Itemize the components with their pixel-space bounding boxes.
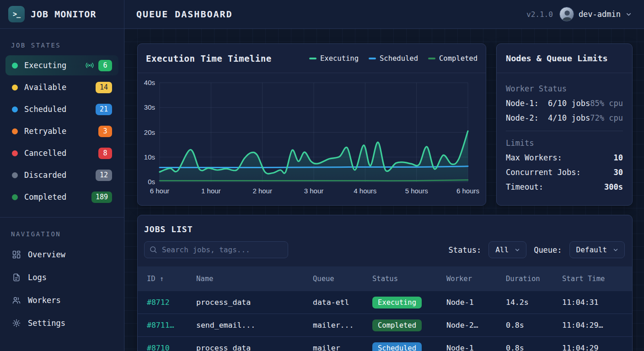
worker-jobs: Node-2: 4/10 jobs [506, 113, 590, 122]
column-header-6[interactable]: Start Time [562, 275, 632, 283]
search-box [144, 241, 288, 258]
svg-text:3 hour: 3 hour [304, 187, 324, 195]
sidebar-item-settings[interactable]: Settings [5, 313, 118, 334]
count-badge: 12 [96, 170, 112, 181]
file-icon [12, 273, 21, 282]
count-badge: 6 [98, 60, 112, 71]
sidebar-item-discarded[interactable]: Discarded12 [5, 165, 118, 185]
app-logo: >_ JOB MONITOR [0, 0, 124, 29]
column-header-3[interactable]: Status [372, 275, 446, 283]
user-menu[interactable]: dev-admin [559, 7, 632, 21]
legend-swatch [309, 58, 317, 59]
job-queue: data-etl [313, 298, 372, 307]
svg-text:30s: 30s [144, 103, 155, 111]
state-label: Discarded [24, 170, 66, 180]
worker-status-heading: Worker Status [506, 84, 623, 93]
svg-text:20s: 20s [144, 128, 155, 136]
count-badge: 21 [96, 104, 112, 115]
job-duration: 0.8s [506, 321, 562, 330]
job-queue: mailer... [313, 321, 372, 330]
job-worker: Node-1 [446, 344, 506, 351]
timeline-chart: 0s10s20s30s40s6 hour1 hour2 hour3 hour4 … [138, 73, 486, 205]
live-signal-icon [85, 62, 95, 69]
legend-item-completed[interactable]: Completed [428, 54, 478, 63]
state-right: 14 [96, 82, 112, 93]
status-badge: Completed [372, 319, 422, 331]
legend-swatch [428, 58, 435, 59]
sidebar-item-scheduled[interactable]: Scheduled21 [5, 99, 118, 119]
state-right: 6 [85, 60, 112, 71]
worker-row: Node-1: 6/10 jobs85% cpu [506, 99, 623, 108]
app-title: JOB MONITOR [31, 9, 96, 20]
sidebar-item-logs[interactable]: Logs [5, 267, 118, 288]
sidebar-item-completed[interactable]: Completed189 [5, 187, 118, 207]
top-bar: QUEUE DASHBOARD v2.1.0 dev-admin [124, 0, 644, 29]
status-filter-select[interactable]: All [488, 241, 526, 258]
avatar-silhouette [560, 7, 574, 21]
queue-filter-label: Queue: [534, 245, 562, 255]
svg-text:6 hour: 6 hour [150, 187, 170, 195]
limit-value: 300s [604, 182, 623, 191]
state-dot [12, 85, 18, 90]
limit-row: Timeout:300s [506, 182, 623, 191]
legend-item-executing[interactable]: Executing [309, 54, 359, 63]
job-states-heading: JOB STATES [11, 42, 124, 49]
sidebar-item-retryable[interactable]: Retryable3 [5, 121, 118, 141]
count-badge: 189 [91, 191, 112, 203]
table-row[interactable]: #8711…send_email...mailer...CompletedNod… [138, 314, 632, 337]
svg-text:10s: 10s [144, 153, 155, 161]
jobs-table-body: #8712process_datadata-etlExecutingNode-1… [138, 291, 632, 351]
job-start-time: 11:04:29 [562, 344, 632, 351]
legend-item-scheduled[interactable]: Scheduled [369, 54, 418, 63]
sidebar-item-workers[interactable]: Workers [5, 290, 118, 311]
terminal-icon: >_ [8, 6, 25, 22]
nodes-panel: Nodes & Queue Limits Worker Status Node-… [496, 43, 633, 206]
app-root: >_ JOB MONITOR JOB STATES Executing6Avai… [0, 0, 644, 351]
count-badge: 14 [96, 82, 112, 93]
grid-icon [12, 250, 21, 259]
table-row[interactable]: #8712process_datadata-etlExecutingNode-1… [138, 291, 632, 314]
svg-text:4 hours: 4 hours [354, 187, 376, 195]
timeline-panel-header: Execution Time Timeline ExecutingSchedul… [138, 44, 486, 73]
filters: Status: All Queue: Default [449, 241, 625, 258]
job-id-link[interactable]: #8711… [147, 321, 196, 330]
status-badge: Executing [372, 297, 422, 308]
nodes-divider [506, 131, 623, 131]
table-row[interactable]: #8710process_datamailerScheduledNode-10.… [138, 337, 632, 351]
worker-status-list: Node-1: 6/10 jobs85% cpuNode-2: 4/10 job… [506, 99, 623, 122]
column-header-2[interactable]: Queue [313, 275, 372, 283]
column-header-4[interactable]: Worker [446, 275, 506, 283]
search-input[interactable] [144, 241, 288, 258]
column-header-0[interactable]: ID ↑ [147, 275, 196, 283]
sidebar-item-cancelled[interactable]: Cancelled8 [5, 143, 118, 163]
nodes-panel-title: Nodes & Queue Limits [497, 44, 632, 73]
state-label: Retryable [24, 127, 66, 136]
gear-icon [12, 319, 21, 328]
column-header-1[interactable]: Name [196, 275, 313, 283]
state-label: Completed [24, 192, 66, 202]
column-header-5[interactable]: Duration [506, 275, 562, 283]
worker-jobs: Node-1: 6/10 jobs [506, 99, 590, 108]
job-id-link[interactable]: #8712 [147, 298, 196, 307]
worker-cpu: 72% cpu [590, 113, 623, 122]
legend-swatch [369, 58, 376, 59]
sidebar-item-executing[interactable]: Executing6 [5, 55, 118, 75]
svg-text:6 hours: 6 hours [456, 187, 479, 195]
top-bar-right: v2.1.0 dev-admin [526, 7, 632, 21]
queue-filter-select[interactable]: Default [569, 241, 625, 258]
limit-label: Timeout: [506, 182, 543, 191]
job-id-link[interactable]: #8710 [147, 344, 196, 351]
sidebar-item-available[interactable]: Available14 [5, 77, 118, 97]
job-start-time: 11:04:31 [562, 298, 632, 307]
status-badge: Scheduled [372, 342, 422, 351]
limits-heading: Limits [506, 138, 623, 148]
svg-text:40s: 40s [144, 79, 155, 86]
navigation-heading: NAVIGATION [11, 230, 124, 238]
worker-cpu: 85% cpu [590, 99, 623, 108]
version-label: v2.1.0 [526, 10, 553, 19]
timeline-title: Execution Time Timeline [146, 53, 272, 64]
limit-row: Concurrent Jobs:30 [506, 168, 623, 177]
jobs-list-title: JOBS LIST [144, 224, 632, 234]
count-badge: 8 [98, 148, 112, 159]
sidebar-item-overview[interactable]: Overview [5, 244, 118, 265]
